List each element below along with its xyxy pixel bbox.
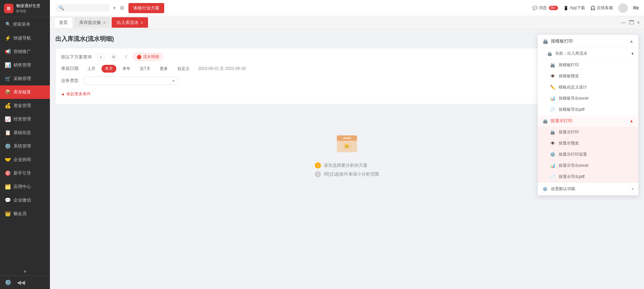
sidebar-search-label: 搜索菜单 bbox=[13, 21, 30, 27]
sidebar-logo: B 畅捷通好生意 标准版 bbox=[0, 0, 50, 17]
tab-home[interactable]: 首页 bbox=[54, 17, 73, 28]
filter-collapse-more-btn[interactable]: ▲ 收起更多条件 bbox=[61, 89, 91, 99]
filter-date-custom[interactable]: 自定义 bbox=[174, 65, 193, 73]
sidebar-bottom: ⚙️ ◀◀ bbox=[0, 275, 50, 289]
dropdown-header: 🖨️ 按模板打印 ▲ bbox=[538, 35, 638, 48]
step-2-text: 用[过滤]条件来缩小分析范围 bbox=[324, 171, 379, 177]
filter-add-button[interactable]: + bbox=[97, 53, 105, 61]
collapse-icon[interactable]: ◀◀ bbox=[17, 279, 25, 286]
sidebar-item-apps[interactable]: 🗂️ 应用中心 bbox=[0, 180, 50, 193]
sidebar-item-finance[interactable]: 💰 资金管理 bbox=[0, 99, 50, 112]
empty-step-1: 1 请先选择要分析的方案 bbox=[315, 162, 379, 168]
dropdown-collapse-arrow[interactable]: ▲ bbox=[630, 39, 634, 44]
dropdown-template-export-pdf[interactable]: 📄 按模板导出pdf bbox=[538, 104, 638, 115]
purchase-icon: 🛒 bbox=[5, 76, 11, 82]
dropdown-set-default[interactable]: ⚙️ 设置默认功能 ▾ bbox=[538, 182, 638, 195]
basics-icon: 📋 bbox=[5, 130, 11, 136]
filter-date-7days[interactable]: 近7天 bbox=[137, 65, 154, 73]
template-custom-icon: ✏️ bbox=[550, 85, 555, 90]
dropdown-current-item[interactable]: 🖨️ 当前：出入库流水 ▾ bbox=[538, 48, 638, 59]
dropdown-template-preview[interactable]: 👁️ 按模板预览 bbox=[538, 71, 638, 82]
tab-inout-flow[interactable]: 出入库流水 × bbox=[112, 17, 148, 28]
trial-button[interactable]: 体验行业方案 bbox=[128, 3, 164, 13]
sidebar-item-purchase[interactable]: 🛒 采购管理 bbox=[0, 72, 50, 85]
step-2-num: 2 bbox=[315, 171, 321, 177]
svg-rect-2 bbox=[343, 137, 351, 139]
sidebar-item-inventory[interactable]: 📦 库存核算 bbox=[0, 85, 50, 99]
filter-date-this-month[interactable]: 本月 bbox=[101, 65, 116, 73]
filter-collapse-button[interactable]: 《 bbox=[123, 54, 127, 60]
settings-bottom-icon[interactable]: ⚙️ bbox=[5, 279, 11, 286]
window-close-icon[interactable]: × bbox=[637, 20, 640, 26]
display-preview-label: 按显示预览 bbox=[559, 140, 579, 146]
message-label: 消息 bbox=[539, 5, 547, 11]
finance-icon: 💰 bbox=[5, 103, 11, 109]
display-print-icon: 🖨️ bbox=[550, 130, 555, 135]
filter-collapse-label: 收起更多条件 bbox=[66, 91, 91, 97]
sidebar-item-label: 资金管理 bbox=[13, 103, 31, 109]
shortcuts-icon: ⚡ bbox=[5, 35, 11, 41]
topbar-dropdown-arrow[interactable]: ▾ bbox=[113, 5, 116, 10]
filter-date-more[interactable]: 更多 bbox=[156, 65, 171, 73]
window-maximize-icon[interactable]: 🗖 bbox=[629, 20, 634, 26]
message-button[interactable]: 💬 消息 99+ bbox=[532, 5, 558, 11]
sidebar-item-system[interactable]: ⚙️ 系统管理 bbox=[0, 139, 50, 153]
display-section-arrow[interactable]: ▲ bbox=[630, 119, 634, 123]
dropdown-template-print[interactable]: 🖨️ 按模板打印 bbox=[538, 59, 638, 71]
filter-active-tag[interactable]: 🔴 流水明细 bbox=[133, 53, 163, 61]
phone-icon: 📱 bbox=[563, 6, 568, 10]
inventory-icon: 📦 bbox=[5, 89, 11, 95]
sidebar-search-button[interactable]: 🔍 搜索菜单 bbox=[3, 20, 47, 29]
dropdown-display-settings[interactable]: ⚙️ 按显示打印设置 bbox=[538, 149, 638, 160]
sidebar-item-basics[interactable]: 📋 基础信息 bbox=[0, 126, 50, 139]
user-avatar[interactable] bbox=[618, 3, 628, 13]
template-print-label: 按模板打印 bbox=[559, 62, 579, 68]
online-service-button[interactable]: 🎧 在线客服 bbox=[590, 5, 613, 11]
sidebar-item-label: 营销推广 bbox=[13, 49, 31, 55]
tabs-right: — 🗖 × bbox=[621, 20, 640, 26]
dropdown-display-export-excel[interactable]: 📊 按显示导出excel bbox=[538, 160, 638, 171]
sidebar-item-label: 经营管理 bbox=[13, 116, 31, 122]
dropdown-display-print[interactable]: 🖨️ 按显示打印 bbox=[538, 127, 638, 138]
excel-icon: 📊 bbox=[550, 96, 555, 101]
dropdown-template-custom[interactable]: ✏️ 模板自定义设计 bbox=[538, 82, 638, 93]
sidebar-item-guide[interactable]: 🎯 新手引导 bbox=[0, 166, 50, 180]
template-preview-icon: 👁️ bbox=[550, 74, 555, 79]
display-settings-icon: ⚙️ bbox=[550, 152, 555, 157]
sidebar-item-sales[interactable]: 📊 销售管理 bbox=[0, 58, 50, 72]
filter-date-this-year[interactable]: 本年 bbox=[119, 65, 134, 73]
tabs-bar: 首页 库存批次账 × 出入库流水 × — 🗖 × bbox=[50, 16, 644, 29]
sidebar-item-marketing[interactable]: 📢 营销推广 bbox=[0, 45, 50, 58]
topbar-gear-icon[interactable]: ⚙ bbox=[120, 5, 124, 11]
sidebar-search-area: 🔍 搜索菜单 bbox=[0, 17, 50, 31]
tab-batch-accounts-label: 库存批次账 bbox=[79, 20, 101, 26]
empty-steps: 1 请先选择要分析的方案 2 用[过滤]条件来缩小分析范围 bbox=[315, 162, 379, 177]
tab-batch-accounts-close[interactable]: × bbox=[103, 21, 105, 25]
dropdown-display-preview[interactable]: 👁️ 按显示预览 bbox=[538, 138, 638, 149]
topbar-search-input[interactable] bbox=[66, 6, 106, 10]
topbar-search-box: 🔍 bbox=[55, 4, 109, 12]
sidebar-scroll-down[interactable]: ▼ bbox=[0, 268, 50, 275]
dropdown-template-export-excel[interactable]: 📊 按模板导出excel bbox=[538, 93, 638, 104]
headset-icon: 🎧 bbox=[590, 6, 595, 10]
template-export-pdf-label: 按模板导出pdf bbox=[559, 107, 585, 112]
sidebar-item-label: 系统管理 bbox=[13, 143, 31, 149]
sidebar-item-operations[interactable]: 📈 经营管理 bbox=[0, 112, 50, 126]
filter-date-label: 单据日期 bbox=[61, 65, 79, 72]
sidebar-item-vip[interactable]: 👑 畅会员 bbox=[0, 207, 50, 220]
sidebar-item-label: 基础信息 bbox=[13, 130, 31, 136]
system-icon: ⚙️ bbox=[5, 143, 11, 149]
step-1-text: 请先选择要分析的方案 bbox=[324, 162, 368, 168]
sidebar-item-shortcuts[interactable]: ⚡ 快捷导航 bbox=[0, 31, 50, 45]
filter-settings-button[interactable]: ⚙ bbox=[110, 53, 117, 61]
sidebar-item-coop[interactable]: 🤝 企业协同 bbox=[0, 153, 50, 166]
filter-biztype-select[interactable]: ▾ bbox=[84, 77, 178, 85]
dropdown-display-export-pdf[interactable]: 📄 按显示导出pdf bbox=[538, 171, 638, 182]
window-minimize-icon[interactable]: — bbox=[621, 20, 626, 26]
tab-inout-flow-close[interactable]: × bbox=[141, 21, 143, 25]
sidebar-item-wechat[interactable]: 💬 企业微信 bbox=[0, 193, 50, 207]
app-download-button[interactable]: 📱 App下载 bbox=[563, 5, 585, 11]
dropdown-display-section[interactable]: 🖨️ 按显示打印 ▲ bbox=[538, 115, 638, 127]
tab-batch-accounts[interactable]: 库存批次账 × bbox=[74, 17, 110, 28]
filter-date-last-month[interactable]: 上月 bbox=[84, 65, 99, 73]
